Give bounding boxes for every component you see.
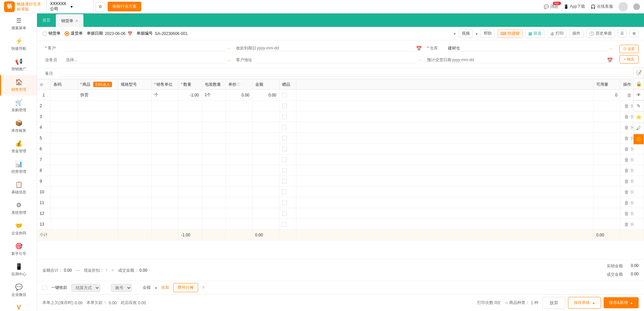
float-btn-2[interactable]: 🔒 bbox=[633, 78, 644, 89]
radio-return-order[interactable]: 退货单 bbox=[65, 31, 83, 36]
print-button[interactable]: 🖨 打印 bbox=[547, 29, 567, 38]
row-qty[interactable] bbox=[178, 101, 202, 111]
copy-icon[interactable]: ⎘ bbox=[630, 168, 635, 173]
row-price[interactable]: 0.00 bbox=[225, 90, 252, 101]
sidebar-item-member[interactable]: V 畅会员 bbox=[0, 301, 37, 311]
copy-icon[interactable]: ⎘ bbox=[630, 179, 635, 184]
sidebar-item-operations[interactable]: 📊 经营管理 bbox=[0, 157, 37, 178]
abandon-button[interactable]: 放弃 bbox=[542, 297, 565, 309]
delete-icon[interactable]: 🗑 bbox=[623, 222, 630, 227]
row-spec[interactable] bbox=[118, 90, 151, 101]
delete-icon[interactable]: 🗑 bbox=[623, 157, 630, 162]
copy-icon[interactable]: ⎘ bbox=[630, 211, 635, 216]
view-toggle-grid[interactable]: ⊞ bbox=[630, 30, 639, 37]
row-spec[interactable] bbox=[118, 101, 151, 111]
video-button[interactable]: 视频 bbox=[459, 29, 473, 38]
tab-close-icon[interactable]: × bbox=[75, 18, 78, 24]
save-new-button[interactable]: 保存&新增 ▲ bbox=[604, 297, 639, 308]
delete-icon[interactable]: 🗑 bbox=[623, 168, 630, 173]
settings-button[interactable]: ⊙ 设置 bbox=[619, 45, 639, 53]
product-type-icon[interactable]: ⊙ bbox=[505, 301, 508, 305]
warehouse-input[interactable] bbox=[447, 45, 608, 51]
delete-icon[interactable]: 🗑 bbox=[623, 211, 630, 216]
tab-home[interactable]: 首页 bbox=[37, 13, 56, 27]
expense-split-button[interactable]: 费用分摊 bbox=[173, 283, 198, 292]
online-service-button[interactable]: 🎧 在线客服 bbox=[591, 4, 613, 9]
salesperson-more-icon[interactable]: ··· bbox=[227, 58, 231, 63]
customer-more-icon[interactable]: ··· bbox=[227, 46, 231, 51]
row-remark[interactable] bbox=[296, 90, 594, 101]
account-select[interactable]: 账号 bbox=[111, 284, 132, 292]
float-btn-3[interactable]: 👁 bbox=[633, 89, 644, 100]
sidebar-item-basic[interactable]: 📋 基础信息 bbox=[0, 178, 37, 198]
float-btn-4[interactable]: ✎ bbox=[633, 101, 644, 111]
delete-icon[interactable]: 🗑 bbox=[623, 146, 630, 152]
float-btn-5[interactable]: ⭐ bbox=[633, 112, 644, 122]
warehouse-more-icon[interactable]: ··· bbox=[609, 46, 613, 51]
row-pack-qty[interactable]: 1个 bbox=[202, 90, 225, 101]
delivery-calendar-icon[interactable]: 📅 bbox=[607, 57, 613, 63]
copy-icon[interactable]: ⎘ bbox=[630, 222, 635, 227]
row-price[interactable] bbox=[225, 101, 252, 111]
help-button[interactable]: 帮助 bbox=[481, 29, 495, 38]
delete-icon[interactable]: 🗑 bbox=[623, 114, 630, 119]
sidebar-item-apps[interactable]: 📱 应用中心 bbox=[0, 260, 37, 280]
row-product[interactable]: 拆货 bbox=[77, 90, 118, 101]
date-value[interactable]: 2023-06-06 bbox=[105, 31, 125, 36]
sidebar-item-system[interactable]: ⚙ 系统管理 bbox=[0, 198, 37, 219]
radio-sales-order[interactable]: 销货单 bbox=[42, 31, 61, 36]
save-draft-button[interactable]: 保存草稿 ▲ bbox=[568, 297, 601, 309]
avatar[interactable] bbox=[618, 2, 628, 11]
message-button[interactable]: 💬 消息 99+ bbox=[544, 4, 558, 9]
address-more-icon[interactable]: ··· bbox=[418, 58, 422, 63]
row-qty[interactable]: -1.00 bbox=[178, 90, 202, 101]
discount-info-icon[interactable]: ? bbox=[105, 268, 107, 272]
arrears-info-icon[interactable]: ? bbox=[104, 301, 106, 305]
row-unit[interactable]: 个 bbox=[151, 90, 178, 101]
app-download-button[interactable]: 📱 App下载 bbox=[564, 4, 585, 9]
one-click-pay-checkbox[interactable] bbox=[42, 285, 47, 290]
row-product[interactable] bbox=[77, 101, 118, 111]
view-toggle-list[interactable]: ☰ bbox=[617, 30, 627, 37]
sidebar-item-inventory[interactable]: 📦 库存核算 bbox=[0, 116, 37, 137]
sidebar-item-collab[interactable]: 🤝 企业协同 bbox=[0, 219, 37, 239]
delete-icon[interactable]: 🗑 bbox=[623, 189, 630, 195]
payment-date-calendar-icon[interactable]: 📅 bbox=[416, 46, 422, 51]
logistics-button[interactable]: + 物流 bbox=[619, 55, 639, 64]
copy-icon[interactable]: ⎘ bbox=[630, 200, 635, 205]
action-button[interactable]: 操作 bbox=[569, 29, 583, 38]
add-icon[interactable]: ● bbox=[155, 285, 157, 290]
delete-icon[interactable]: 🗑 bbox=[623, 135, 630, 141]
row-gift[interactable] bbox=[279, 90, 296, 101]
row-gift[interactable] bbox=[282, 104, 287, 108]
sidebar-item-sales[interactable]: 🏠 销售管理 bbox=[0, 75, 37, 95]
notes-input[interactable] bbox=[59, 70, 636, 77]
topbar-settings-button[interactable]: ⚙ bbox=[96, 2, 105, 11]
sidebar-item-guide[interactable]: 🎯 新手引导 bbox=[0, 239, 37, 260]
sidebar-item-purchase[interactable]: 🛒 采购管理 bbox=[0, 95, 37, 116]
sidebar-item-quicknav[interactable]: ⚡ 快捷导航 bbox=[0, 34, 37, 54]
delete-icon[interactable]: 🗑 bbox=[623, 103, 630, 109]
delete-icon[interactable]: 🗑 bbox=[623, 125, 630, 130]
delete-icon[interactable]: 🗑 bbox=[623, 200, 630, 205]
float-btn-6[interactable]: 🖊 bbox=[633, 123, 644, 133]
price-info-icon[interactable]: ⓘ bbox=[236, 82, 240, 86]
float-btn-orange[interactable]: 🟠 bbox=[633, 134, 644, 145]
salesperson-input[interactable] bbox=[65, 57, 226, 63]
shortcut-button[interactable]: ⌨ 快捷键 bbox=[497, 29, 523, 38]
delete-icon[interactable]: 🗑 bbox=[626, 92, 633, 98]
calendar-icon[interactable]: 📅 bbox=[127, 31, 132, 36]
filter-button[interactable]: ▦ 筛选 bbox=[525, 29, 544, 38]
row-amount[interactable]: 0.00 bbox=[252, 90, 279, 101]
tab-sales-order[interactable]: 销货单 × bbox=[56, 14, 83, 28]
customer-address-input[interactable] bbox=[256, 57, 417, 63]
company-selector[interactable]: XXXXXX公司 ▾ bbox=[46, 0, 93, 13]
sidebar-item-search[interactable]: ☰ 搜索菜单 bbox=[0, 13, 37, 34]
sidebar-item-marketing[interactable]: 📢 营销推广 bbox=[0, 54, 37, 75]
sidebar-item-finance[interactable]: 💰 资金管理 bbox=[0, 137, 37, 157]
copy-icon[interactable]: ⎘ bbox=[630, 157, 635, 162]
calc-method-select[interactable]: 结算方式 bbox=[71, 284, 100, 292]
row-barcode[interactable] bbox=[50, 90, 77, 101]
avatar-extra[interactable] bbox=[633, 3, 640, 10]
sidebar-item-wechat[interactable]: 💬 企业微信 bbox=[0, 280, 37, 301]
